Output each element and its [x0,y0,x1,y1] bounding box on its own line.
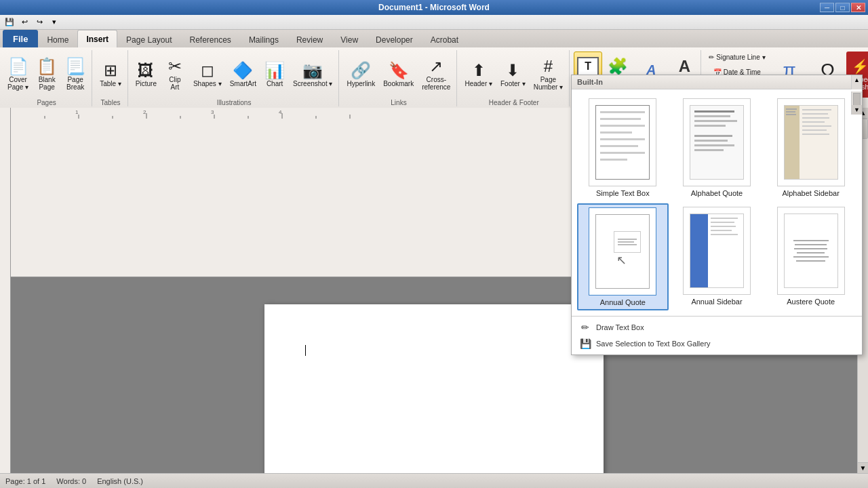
tab-home[interactable]: Home [38,31,77,47]
template-alphabet-sidebar[interactable]: Alphabet Sidebar [765,95,856,201]
cross-reference-button[interactable]: ↗ Cross-reference [418,52,454,98]
signature-line-button[interactable]: ✏ Signature Line ▾ [705,52,768,66]
alphabet-sidebar-thumb [777,98,845,186]
cover-page-label: CoverPage ▾ [7,76,28,91]
links-buttons: 🔗 Hyperlink 🔖 Bookmark ↗ Cross-reference [343,52,454,98]
document-page[interactable] [264,304,604,473]
quick-parts-icon: 🧩 [608,58,628,75]
page-number-button[interactable]: # PageNumber ▾ [530,52,566,98]
simple-text-box-label: Simple Text Box [596,189,650,197]
footer-button[interactable]: ⬇ Footer ▾ [497,52,529,98]
annual-sidebar-thumb [683,207,751,295]
page-break-button[interactable]: 📃 PageBreak [62,52,89,98]
page-break-icon: 📃 [65,58,85,75]
template-simple-text-box[interactable]: Simple Text Box [577,95,669,201]
language-status: English (U.S.) [97,477,143,485]
austere-quote-thumb [777,207,845,295]
illustrations-group-label: Illustrations [132,98,336,106]
bookmark-button[interactable]: 🔖 Bookmark [380,52,417,98]
screenshot-icon: 📷 [302,62,323,79]
alphabet-quote-label: Alphabet Quote [691,189,743,197]
save-selection-item[interactable]: 💾 Save Selection to Text Box Gallery [577,336,856,352]
cover-page-icon: 📄 [8,58,28,75]
ribbon-tabs: File Home Insert Page Layout References … [0,30,868,47]
embed-flash-icon: ⚡ [852,58,868,75]
screenshot-button[interactable]: 📷 Screenshot ▾ [290,52,336,98]
dropdown-header-text: Built-In [577,78,603,86]
tab-acrobat[interactable]: Acrobat [422,31,467,47]
picture-button[interactable]: 🖼 Picture [132,52,160,98]
save-selection-label: Save Selection to Text Box Gallery [596,340,711,348]
drop-cap-icon: A [679,57,690,76]
template-austere-quote[interactable]: Austere Quote [765,203,856,310]
maximize-button[interactable]: □ [835,3,850,12]
tab-insert[interactable]: Insert [77,30,117,47]
pages-buttons: 📄 CoverPage ▾ 📋 BlankPage 📃 PageBreak [4,52,89,98]
header-label: Header ▾ [465,80,492,87]
tab-review[interactable]: Review [288,31,332,47]
blank-page-button[interactable]: 📋 BlankPage [33,52,60,98]
dropdown-scroll-up[interactable]: ▲ [852,75,862,85]
shapes-icon: ◻ [201,62,214,79]
customize-quick-access[interactable]: ▾ [47,16,61,28]
text-box-dropdown: Built-In ▲ Simple Text Box [571,75,863,355]
header-footer-group-label: Header & Footer [461,98,566,106]
header-button[interactable]: ⬆ Header ▾ [461,52,496,98]
hyperlink-button[interactable]: 🔗 Hyperlink [343,52,378,98]
table-button[interactable]: ⊞ Table ▾ [96,52,125,98]
chart-button[interactable]: 📊 Chart [261,52,288,98]
illustrations-buttons: 🖼 Picture ✂ ClipArt ◻ Shapes ▾ 🔷 SmartAr… [132,52,336,98]
page-number-label: PageNumber ▾ [534,76,563,91]
page-number-icon: # [544,58,553,75]
template-alphabet-quote[interactable]: Alphabet Quote [671,95,763,201]
alphabet-sidebar-label: Alphabet Sidebar [782,189,839,197]
picture-icon: 🖼 [138,62,154,79]
dropdown-scroll-down[interactable]: ▼ [852,105,862,115]
template-annual-quote[interactable]: ↖ Annual Quote [577,203,669,310]
smartart-button[interactable]: 🔷 SmartArt [226,52,260,98]
draw-text-box-item[interactable]: ✏ Draw Text Box [577,319,856,336]
hyperlink-label: Hyperlink [347,80,375,87]
window-controls: ─ □ ✕ [820,3,865,12]
scroll-down-button[interactable]: ▼ [858,462,868,473]
tab-file[interactable]: File [3,30,38,47]
cross-reference-label: Cross-reference [422,76,450,91]
pages-group-label: Pages [4,98,89,106]
tab-mailings[interactable]: Mailings [240,31,288,47]
template-annual-sidebar[interactable]: Annual Sidebar [671,203,763,310]
dropdown-header: Built-In [572,75,862,89]
undo-button[interactable]: ↩ [18,16,31,28]
austere-quote-label: Austere Quote [787,298,835,306]
shapes-label: Shapes ▾ [193,80,222,87]
title-text: Document1 - Microsoft Word [378,3,490,12]
annual-quote-thumb: ↖ [589,207,656,296]
tab-page-layout[interactable]: Page Layout [117,31,180,47]
group-tables: ⊞ Table ▾ Tables [94,50,128,106]
cover-page-button[interactable]: 📄 CoverPage ▾ [4,52,32,98]
table-label: Table ▾ [100,80,121,87]
close-button[interactable]: ✕ [851,3,865,12]
save-selection-icon: 💾 [580,338,591,349]
minimize-button[interactable]: ─ [820,3,834,12]
tab-references[interactable]: References [181,31,240,47]
save-quick-button[interactable]: 💾 [3,16,16,28]
svg-text:3: 3 [211,109,214,115]
chart-label: Chart [267,80,283,87]
draw-text-box-icon: ✏ [580,322,591,333]
shapes-button[interactable]: ◻ Shapes ▾ [190,52,225,98]
cross-reference-icon: ↗ [429,58,443,75]
redo-button[interactable]: ↪ [33,16,46,28]
text-box-icon: T [577,57,599,76]
annual-quote-label: Annual Quote [600,298,646,306]
screenshot-label: Screenshot ▾ [293,80,332,87]
group-illustrations: 🖼 Picture ✂ ClipArt ◻ Shapes ▾ 🔷 SmartAr… [130,50,340,106]
blank-page-icon: 📋 [37,58,57,75]
clip-art-button[interactable]: ✂ ClipArt [161,52,189,98]
bookmark-label: Bookmark [383,80,414,87]
tab-developer[interactable]: Developer [367,31,422,47]
text-cursor [305,345,306,356]
tab-view[interactable]: View [332,31,367,47]
words-status: Words: 0 [56,477,86,485]
dropdown-scrollbar[interactable]: ▲ [851,75,862,89]
dropdown-scroll-track[interactable]: ▼ [851,92,862,115]
